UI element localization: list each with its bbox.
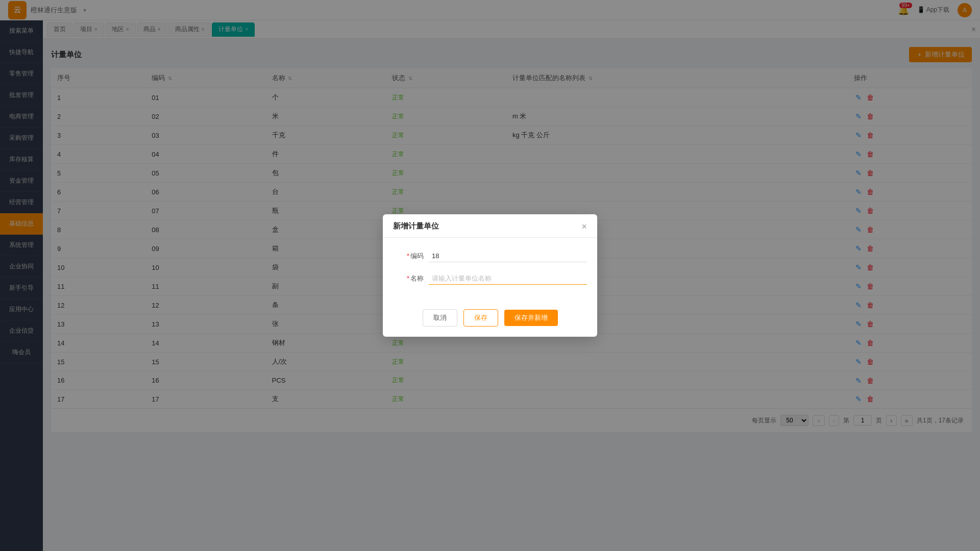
modal-close-button[interactable]: × — [581, 222, 587, 231]
code-form-row: *编码 — [393, 250, 587, 262]
save-button[interactable]: 保存 — [463, 309, 498, 327]
modal-overlay[interactable]: 新增计量单位 × *编码 *名称 取消 保存 保存并新增 — [0, 0, 980, 551]
name-input[interactable] — [429, 272, 587, 285]
add-unit-modal: 新增计量单位 × *编码 *名称 取消 保存 保存并新增 — [383, 214, 597, 337]
modal-title: 新增计量单位 — [393, 221, 439, 231]
modal-body: *编码 *名称 — [383, 238, 597, 303]
code-input[interactable] — [429, 250, 587, 262]
save-and-new-button[interactable]: 保存并新增 — [504, 310, 558, 326]
modal-footer: 取消 保存 保存并新增 — [383, 303, 597, 337]
modal-header: 新增计量单位 × — [383, 214, 597, 238]
cancel-button[interactable]: 取消 — [423, 309, 457, 327]
name-form-row: *名称 — [393, 272, 587, 285]
name-label: *名称 — [393, 274, 424, 283]
name-required-mark: * — [407, 274, 409, 282]
code-required-mark: * — [407, 252, 409, 260]
code-label: *编码 — [393, 252, 424, 261]
